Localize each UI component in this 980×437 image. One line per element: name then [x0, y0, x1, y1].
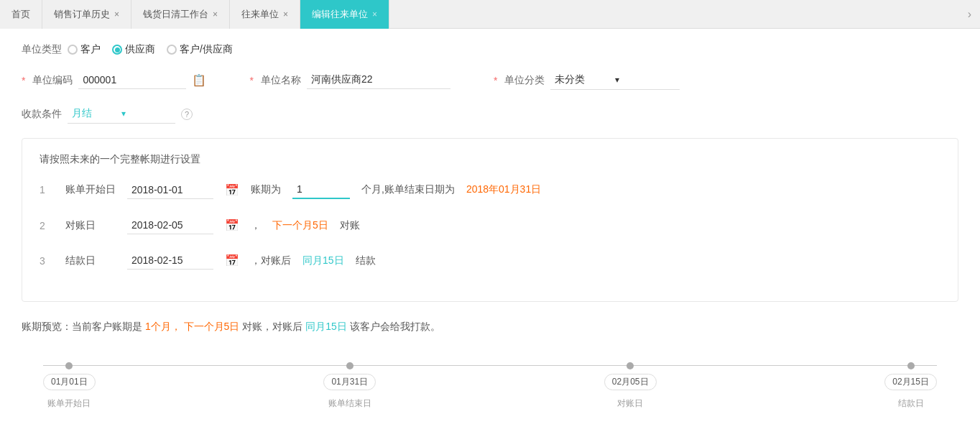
- period-num-2: 2: [40, 220, 54, 231]
- tab-partners[interactable]: 往来单位 ×: [230, 0, 300, 29]
- unit-code-label: 单位编码: [32, 74, 73, 87]
- unit-name-label: 单位名称: [261, 74, 301, 87]
- radio-supplier-circle: [112, 45, 122, 55]
- period-num-3: 3: [40, 255, 54, 267]
- payment-terms-field: 收款条件 月结 ▾ ?: [22, 104, 193, 124]
- timeline-container: 01月01日 账单开始日 01月31日 账单结束日 02月05日 对账日 02月…: [22, 355, 958, 413]
- close-edit-partner-tab[interactable]: ×: [372, 9, 377, 19]
- timeline-date-label-4: 02月15日: [884, 374, 937, 390]
- unit-type-field: 单位类型 客户 供应商 客户/供应商: [22, 43, 233, 56]
- period-suffix-1: 账期为: [251, 183, 281, 196]
- unit-name-star: *: [249, 75, 253, 86]
- period-row-2: 2 对账日 📅 ， 下一个月5日 对账: [40, 216, 940, 234]
- period-calendar-3[interactable]: 📅: [225, 254, 239, 267]
- unit-code-calendar-icon[interactable]: 📋: [192, 73, 206, 87]
- preview-text: 账期预览：当前客户账期是 1个月， 下一个月5日 对账，对账后 同月15日 该客…: [22, 313, 958, 341]
- close-cash-work-tab[interactable]: ×: [213, 9, 218, 19]
- period-date-1[interactable]: [127, 181, 213, 199]
- unit-type-row: 单位类型 客户 供应商 客户/供应商: [22, 43, 958, 56]
- timeline-date-label-3: 02月05日: [604, 374, 657, 390]
- period-date-3[interactable]: [127, 252, 213, 270]
- period-calendar-1[interactable]: 📅: [225, 183, 239, 197]
- tab-home[interactable]: 首页: [0, 0, 42, 29]
- period-box-title: 请按照未来的一个完整帐期进行设置: [40, 153, 940, 166]
- period-highlight-3: 同月15日: [302, 254, 344, 267]
- period-end-date-1: 2018年01月31日: [466, 183, 541, 196]
- period-row-3: 3 结款日 📅 ，对账后 同月15日 结款: [40, 252, 940, 270]
- timeline-dot-3: [627, 362, 634, 369]
- timeline-point-1: 01月01日 账单开始日: [43, 355, 96, 410]
- period-date-2[interactable]: [127, 216, 213, 234]
- radio-both-circle: [167, 45, 177, 55]
- close-partners-tab[interactable]: ×: [283, 9, 288, 19]
- timeline-sublabel-3: 对账日: [617, 397, 643, 410]
- timeline-dot-4: [907, 362, 915, 369]
- main-content: 单位类型 客户 供应商 客户/供应商 * 单位编码: [0, 29, 980, 437]
- timeline-date-label-2: 01月31日: [323, 374, 376, 390]
- timeline-point-2: 01月31日 账单结束日: [323, 355, 376, 410]
- unit-category-field: * 单位分类 未分类 ▾: [494, 70, 680, 90]
- timeline-sublabel-4: 结款日: [898, 397, 924, 410]
- radio-supplier[interactable]: 供应商: [112, 43, 155, 56]
- period-prefix-3: ，对账后: [251, 254, 291, 267]
- unit-code-input[interactable]: [78, 71, 186, 89]
- unit-name-input[interactable]: [307, 71, 450, 89]
- tab-cash-work[interactable]: 钱货日清工作台 ×: [131, 0, 230, 29]
- period-label-2: 对账日: [65, 219, 116, 232]
- radio-customer[interactable]: 客户: [68, 43, 101, 56]
- tab-bar: 首页 销售订单历史 × 钱货日清工作台 × 往来单位 × 编辑往来单位 × ›: [0, 0, 980, 29]
- unit-type-radio-group: 客户 供应商 客户/供应商: [68, 43, 233, 56]
- unit-code-field: * 单位编码 📋: [22, 71, 206, 89]
- tab-edit-partner[interactable]: 编辑往来单位 ×: [300, 0, 389, 29]
- period-row-1: 1 账单开始日 📅 账期为 个月,账单结束日期为 2018年01月31日: [40, 180, 940, 199]
- radio-both[interactable]: 客户/供应商: [167, 43, 233, 56]
- tab-sales-history[interactable]: 销售订单历史 ×: [42, 0, 131, 29]
- period-prefix-2: ，: [251, 219, 261, 232]
- timeline-dot-1: [65, 362, 73, 369]
- unit-type-label: 单位类型: [22, 43, 62, 56]
- period-months-input[interactable]: [292, 180, 350, 199]
- payment-terms-dropdown[interactable]: 月结 ▾: [68, 104, 175, 124]
- timeline-date-label-1: 01月01日: [43, 374, 96, 390]
- timeline-point-4: 02月15日 结款日: [884, 355, 937, 410]
- payment-terms-help-icon[interactable]: ?: [181, 109, 193, 120]
- payment-terms-arrow-icon: ▾: [121, 109, 171, 119]
- unit-code-star: *: [22, 75, 25, 86]
- period-label-1: 账单开始日: [65, 183, 116, 196]
- period-suffix-2: 对账: [340, 219, 360, 232]
- timeline-points: 01月01日 账单开始日 01月31日 账单结束日 02月05日 对账日 02月…: [22, 355, 958, 410]
- period-months-unit: 个月,账单结束日期为: [361, 183, 455, 196]
- period-calendar-2[interactable]: 📅: [225, 218, 239, 232]
- period-highlight-2: 下一个月5日: [272, 219, 328, 232]
- unit-category-arrow-icon: ▾: [615, 75, 675, 85]
- unit-category-dropdown[interactable]: 未分类 ▾: [550, 70, 680, 90]
- close-sales-history-tab[interactable]: ×: [114, 9, 119, 19]
- timeline-dot-2: [346, 362, 353, 369]
- unit-name-field: * 单位名称: [249, 71, 450, 89]
- unit-category-star: *: [494, 75, 497, 86]
- timeline-point-3: 02月05日 对账日: [604, 355, 657, 410]
- radio-customer-circle: [68, 45, 78, 55]
- period-suffix-3: 结款: [356, 254, 376, 267]
- payment-terms-row: 收款条件 月结 ▾ ?: [22, 104, 958, 124]
- period-num-1: 1: [40, 184, 54, 196]
- timeline-sublabel-1: 账单开始日: [47, 397, 91, 410]
- tab-expand-button[interactable]: ›: [959, 0, 980, 29]
- timeline-sublabel-2: 账单结束日: [328, 397, 371, 410]
- period-label-3: 结款日: [65, 254, 116, 267]
- unit-info-row: * 单位编码 📋 * 单位名称 * 单位分类 未分类 ▾: [22, 70, 958, 90]
- unit-category-label: 单位分类: [504, 74, 545, 87]
- timeline-wrapper: 01月01日 账单开始日 01月31日 账单结束日 02月05日 对账日 02月…: [22, 355, 958, 413]
- payment-terms-label: 收款条件: [22, 108, 62, 121]
- period-settings-box: 请按照未来的一个完整帐期进行设置 1 账单开始日 📅 账期为 个月,账单结束日期…: [22, 138, 958, 302]
